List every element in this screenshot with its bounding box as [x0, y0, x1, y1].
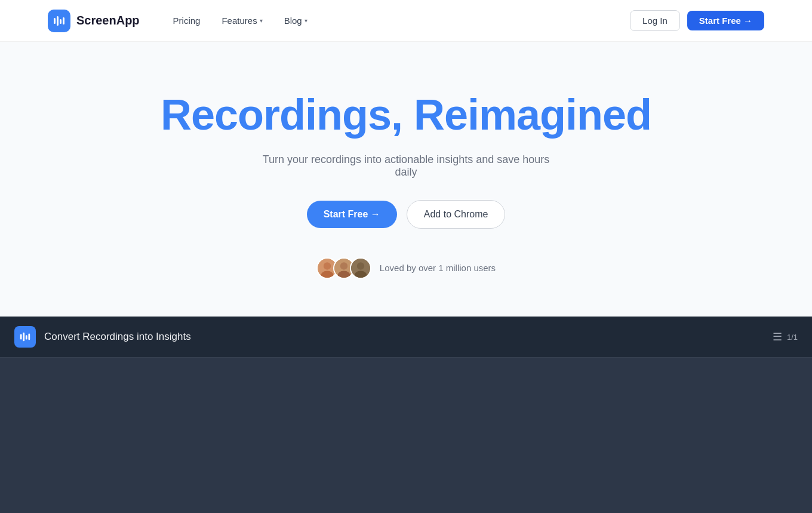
hero-title: Recordings, Reimagined: [161, 91, 651, 139]
navbar-left: ScreenApp Pricing Features ▾ Blog ▾: [48, 10, 317, 32]
bottom-logo-icon: [14, 326, 36, 348]
hero-section: Recordings, Reimagined Turn your recordi…: [0, 42, 812, 317]
bottom-header: Convert Recordings into Insights ☰ 1/1: [0, 317, 812, 358]
svg-rect-2: [60, 19, 61, 24]
navbar-right: Log In Start Free →: [630, 10, 764, 31]
bottom-section: Convert Recordings into Insights ☰ 1/1: [0, 317, 812, 513]
svg-rect-14: [23, 333, 24, 342]
slide-counter: 1/1: [787, 333, 798, 342]
svg-point-11: [357, 262, 364, 269]
nav-pricing[interactable]: Pricing: [164, 11, 210, 30]
start-free-nav-button[interactable]: Start Free →: [687, 11, 764, 30]
avatar-group: [316, 257, 371, 279]
svg-point-8: [340, 262, 347, 269]
svg-point-5: [324, 262, 331, 269]
bottom-header-right: ☰ 1/1: [773, 330, 798, 343]
social-proof-text: Loved by over 1 million users: [380, 263, 496, 273]
svg-rect-0: [54, 18, 56, 24]
svg-rect-15: [26, 335, 27, 339]
navbar: ScreenApp Pricing Features ▾ Blog ▾ Log …: [0, 0, 812, 42]
nav-blog[interactable]: Blog ▾: [275, 11, 317, 30]
svg-rect-1: [57, 16, 59, 26]
svg-rect-13: [20, 334, 22, 339]
features-chevron-icon: ▾: [260, 17, 263, 24]
nav-links: Pricing Features ▾ Blog ▾: [164, 11, 317, 30]
blog-chevron-icon: ▾: [304, 17, 307, 24]
avatar: [350, 257, 371, 279]
bottom-bar-title: Convert Recordings into Insights: [44, 331, 191, 343]
login-button[interactable]: Log In: [630, 10, 680, 31]
bottom-content: [0, 358, 812, 513]
nav-features[interactable]: Features ▾: [212, 11, 272, 30]
hero-buttons: Start Free → Add to Chrome: [307, 200, 506, 229]
add-to-chrome-button[interactable]: Add to Chrome: [407, 200, 506, 229]
logo-icon: [48, 10, 70, 32]
logo-text: ScreenApp: [76, 14, 140, 27]
logo[interactable]: ScreenApp: [48, 10, 140, 32]
bottom-header-left: Convert Recordings into Insights: [14, 326, 191, 348]
hero-subtitle: Turn your recordings into actionable ins…: [257, 153, 555, 179]
svg-rect-3: [63, 17, 64, 24]
slides-icon[interactable]: ☰: [773, 330, 782, 343]
social-proof: Loved by over 1 million users: [316, 257, 496, 279]
start-free-hero-button[interactable]: Start Free →: [307, 201, 397, 228]
svg-rect-16: [28, 334, 30, 340]
